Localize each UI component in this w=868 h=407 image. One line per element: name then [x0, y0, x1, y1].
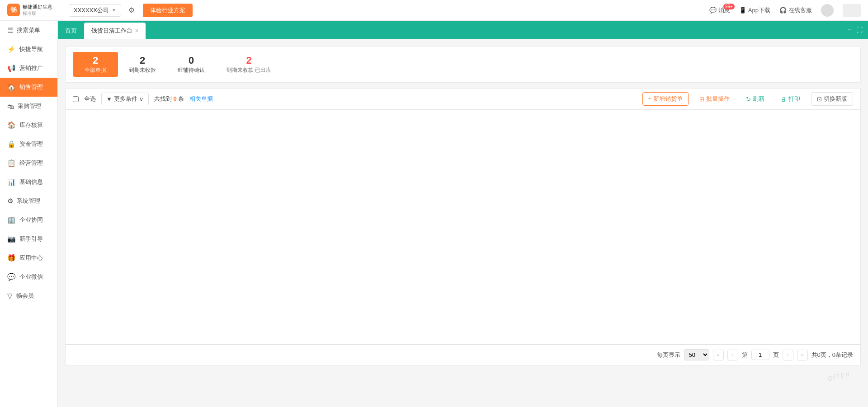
- sidebar-item-label: 资金管理: [19, 140, 43, 148]
- search-menu-icon: ☰: [7, 26, 13, 34]
- add-sales-btn[interactable]: + 新增销货单: [642, 92, 689, 106]
- switch-version-btn[interactable]: ⊡ 切换新版: [811, 92, 853, 106]
- tab-maximize-icon[interactable]: ⛶: [856, 26, 863, 33]
- sidebar-item-label: 基础信息: [19, 178, 43, 186]
- beginner-icon: 📷: [7, 235, 16, 243]
- select-all-checkbox[interactable]: [73, 96, 79, 102]
- pagination: 每页显示 50 100 200 « ‹ 第 页 › » 共0页，0条记录: [65, 344, 861, 365]
- print-icon: 🖨: [781, 96, 787, 103]
- filter-arrow-icon: ∨: [139, 96, 144, 103]
- page-input[interactable]: [751, 350, 769, 360]
- related-link[interactable]: 相关单据: [189, 95, 213, 103]
- refresh-label: 刷新: [753, 95, 764, 103]
- settings-button[interactable]: ⚙: [125, 4, 138, 17]
- card-tab-all-label: 全部单据: [85, 66, 106, 74]
- app-download-label: App下载: [748, 6, 770, 14]
- sidebar-item-appcenter[interactable]: 🎁 应用中心: [0, 248, 57, 267]
- tab-home[interactable]: 首页: [58, 23, 84, 39]
- last-page-btn[interactable]: »: [797, 350, 808, 360]
- print-btn[interactable]: 🖨 打印: [775, 93, 806, 105]
- app-center-icon: 🎁: [7, 254, 16, 262]
- card-tab-all[interactable]: 2 全部单据: [73, 52, 118, 77]
- filter-btn[interactable]: ▼ 更多条件 ∨: [101, 93, 149, 105]
- sales-icon: 🏠: [7, 83, 16, 91]
- online-service-label: 在线客服: [788, 6, 812, 14]
- sidebar-item-beginner[interactable]: 📷 新手引导: [0, 229, 57, 248]
- marketing-icon: 📢: [7, 64, 16, 72]
- sidebar-item-label: 采购管理: [18, 102, 41, 110]
- card-tab-overdue-shipped-label: 到期未收款 已出库: [226, 66, 271, 74]
- card-tab-overdue-shipped[interactable]: 2 到期未收款 已出库: [216, 52, 282, 77]
- sidebar-item-operations[interactable]: 📋 经营管理: [0, 154, 57, 173]
- sidebar-item-wechat[interactable]: 💬 企业微信: [0, 267, 57, 286]
- refresh-btn[interactable]: ↻ 刷新: [741, 93, 770, 105]
- sidebar-item-label: 企业微信: [19, 273, 43, 281]
- online-service-btn[interactable]: 🎧 在线客服: [779, 6, 812, 14]
- sidebar-item-sales[interactable]: 🏠 销售管理: [0, 78, 57, 97]
- enterprise-icon: 🏢: [7, 216, 16, 224]
- sidebar-item-vip[interactable]: ▽ 畅会员: [0, 286, 57, 305]
- switch-label: 切换新版: [824, 95, 847, 103]
- sidebar-item-system[interactable]: ⚙ 系统管理: [0, 192, 57, 211]
- sidebar-item-purchase[interactable]: 🛍 采购管理: [0, 97, 57, 116]
- result-prefix: 共找到: [154, 95, 172, 102]
- nav-tabs: 首页 钱货日清工作台 × － ⛶: [58, 21, 868, 39]
- wechat-icon: 💬: [7, 273, 16, 281]
- sidebar-item-marketing[interactable]: 📢 营销推广: [0, 59, 57, 78]
- total-info: 共0页，0条记录: [811, 351, 853, 359]
- filter-icon: ▼: [106, 96, 112, 103]
- sidebar-item-enterprise[interactable]: 🏢 企业协同: [0, 211, 57, 229]
- logo-area: 畅 畅捷通好生意 标准版: [7, 4, 65, 16]
- message-btn[interactable]: 💬 消息 99+: [709, 6, 730, 14]
- print-label: 打印: [788, 95, 800, 103]
- vip-icon: ▽: [7, 292, 13, 300]
- header-right: 💬 消息 99+ 📱 App下载 🎧 在线客服: [709, 4, 861, 17]
- card-tab-wangwang-count: 0: [189, 55, 194, 66]
- card-tab-wangwang[interactable]: 0 旺辅待确认: [167, 52, 216, 77]
- sidebar-item-search[interactable]: ☰ 搜索菜单: [0, 21, 57, 40]
- tab-workstation-label: 钱货日清工作台: [91, 27, 132, 35]
- sidebar-item-inventory[interactable]: 🏠 库存核算: [0, 116, 57, 135]
- result-suffix: 条: [178, 95, 184, 102]
- message-badge: 99+: [723, 4, 735, 9]
- sidebar-item-quicknav[interactable]: ⚡ 快捷导航: [0, 40, 57, 59]
- batch-btn[interactable]: ⊞ 批量操作: [694, 93, 735, 105]
- sidebar-item-label: 企业协同: [19, 216, 43, 224]
- experience-btn[interactable]: 体验行业方案: [143, 4, 193, 17]
- quick-nav-icon: ⚡: [7, 45, 16, 53]
- next-page-btn[interactable]: ›: [783, 350, 793, 360]
- tab-minimize-icon[interactable]: －: [846, 26, 853, 34]
- system-icon: ⚙: [7, 197, 13, 205]
- basic-info-icon: 📊: [7, 178, 16, 186]
- toolbar-left: 全选 ▼ 更多条件 ∨ 共找到 0 条 相关单据: [73, 93, 213, 105]
- tab-close-icon[interactable]: ×: [135, 28, 138, 34]
- per-page-select[interactable]: 50 100 200: [684, 349, 709, 360]
- batch-label: 批量操作: [706, 95, 730, 103]
- sidebar-item-basicinfo[interactable]: 📊 基础信息: [0, 173, 57, 192]
- card-tab-wangwang-label: 旺辅待确认: [178, 66, 205, 74]
- company-selector[interactable]: XXXXXX公司 ▼: [69, 4, 121, 17]
- sidebar: ☰ 搜索菜单 ⚡ 快捷导航 📢 营销推广 🏠 销售管理 🛍 采购管理 🏠 库存核…: [0, 21, 58, 407]
- sidebar-item-label: 应用中心: [19, 254, 43, 262]
- main-content: 2 全部单据 2 到期未收款 0 旺辅待确认 2 到期未收款 已出库 全选 ▼ …: [58, 39, 868, 407]
- app-download-btn[interactable]: 📱 App下载: [739, 6, 770, 14]
- tab-workstation[interactable]: 钱货日清工作台 ×: [84, 23, 146, 39]
- user-name[interactable]: [843, 4, 861, 17]
- result-count: 0: [174, 95, 177, 102]
- finance-icon: 🔒: [7, 140, 16, 148]
- prev-page-btn[interactable]: ‹: [727, 350, 738, 360]
- batch-icon: ⊞: [699, 96, 704, 103]
- sidebar-item-label: 搜索菜单: [17, 26, 40, 34]
- page-label: 第: [742, 351, 748, 359]
- inventory-icon: 🏠: [7, 121, 16, 129]
- first-page-btn[interactable]: «: [713, 350, 724, 360]
- page-suffix: 页: [773, 351, 779, 359]
- operations-icon: 📋: [7, 159, 16, 167]
- sidebar-item-finance[interactable]: 🔒 资金管理: [0, 135, 57, 154]
- card-tab-overdue[interactable]: 2 到期未收款: [118, 52, 167, 77]
- avatar[interactable]: [821, 4, 834, 17]
- toolbar-right: + 新增销货单 ⊞ 批量操作 ↻ 刷新 🖨 打印 ⊡ 切换新版: [642, 92, 853, 106]
- filter-label: 更多条件: [114, 95, 137, 103]
- company-name: XXXXXX公司: [74, 6, 109, 14]
- company-dropdown-arrow: ▼: [112, 8, 116, 13]
